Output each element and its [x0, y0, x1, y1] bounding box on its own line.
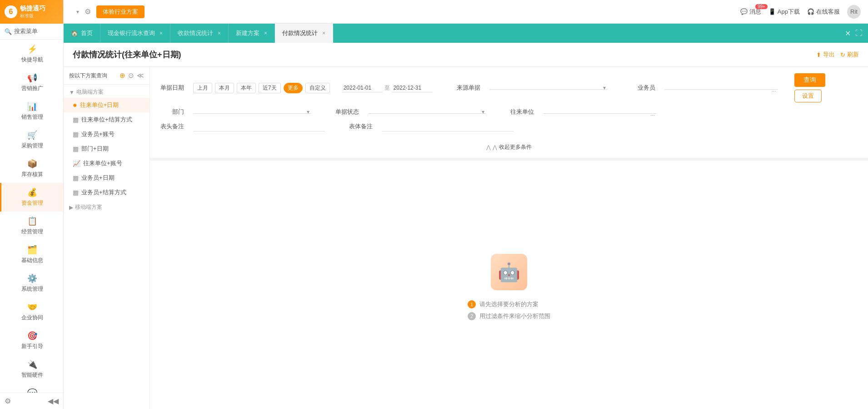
scheme-staff-account-label: 业务员+账号: [81, 130, 115, 138]
sidebar-item-basic-info[interactable]: 🗂️ 基础信息: [0, 240, 63, 269]
topbar-service[interactable]: 🎧 在线客服: [807, 8, 840, 16]
query-settings-wrap: 查询 设置: [794, 73, 831, 102]
date-btn-custom[interactable]: 自定义: [305, 83, 330, 93]
scheme-desktop-group[interactable]: ▼ 电脑端方案: [64, 85, 150, 98]
source-select[interactable]: ▾: [489, 86, 608, 90]
topbar-app[interactable]: 📱 App下载: [768, 8, 800, 16]
dept-select[interactable]: ▾: [193, 111, 311, 114]
query-button[interactable]: 查询: [794, 73, 825, 87]
tab-home-label: 首页: [81, 29, 93, 37]
scheme-item-unit-account[interactable]: 📈 往来单位+账号: [64, 156, 150, 171]
tab-payment-stats-close[interactable]: ×: [322, 30, 325, 36]
sidebar-item-inventory[interactable]: 📦 库存核算: [0, 154, 63, 183]
sidebar-item-enterprise[interactable]: 🤝 企业协同: [0, 298, 63, 326]
tab-receipt-stats[interactable]: 收款情况统计 ×: [170, 24, 229, 43]
empty-tip-2: 2 用过滤条件来缩小分析范围: [468, 312, 550, 320]
date-label: 单据日期: [159, 84, 184, 92]
staff-dots[interactable]: ···: [772, 88, 776, 94]
scheme-desktop-label: 电脑端方案: [76, 88, 104, 96]
scheme-staff-date-label: 业务员+日期: [81, 174, 115, 182]
export-button[interactable]: ⬆ 导出: [816, 50, 835, 59]
date-btn-this-month[interactable]: 本月: [215, 83, 234, 93]
date-input-range: 至: [342, 84, 433, 92]
scheme-item-staff-settlement[interactable]: ▦ 业务员+结算方式: [64, 185, 150, 200]
date-end-input[interactable]: [392, 84, 433, 92]
table-header-note-input[interactable]: [193, 121, 325, 131]
scheme-item-unit-date[interactable]: ● 往来单位+日期: [64, 98, 150, 112]
scheme-add-icon[interactable]: ⊕: [120, 71, 125, 80]
inventory-icon: 📦: [27, 159, 37, 169]
date-btn-last-month[interactable]: 上月: [193, 83, 212, 93]
filter-form: 单据日期 上月 本月 本年 近7天 更多 自定义 至: [150, 67, 868, 159]
tab-receipt-stats-close[interactable]: ×: [218, 30, 221, 36]
avatar-initials: Rit: [850, 8, 858, 15]
sidebar-item-guide[interactable]: 🎯 新手引导: [0, 326, 63, 355]
logo-icon: 6: [5, 5, 17, 18]
collapse-button[interactable]: ⋀ ⋀ 收起更多条件: [479, 141, 539, 154]
scheme-settings-icon[interactable]: ⊙: [128, 71, 134, 80]
filter-area: 单据日期 上月 本月 本年 近7天 更多 自定义 至: [150, 67, 868, 409]
sidebar-item-marketing[interactable]: 📢 营销推广: [0, 68, 63, 97]
sidebar-item-system[interactable]: ⚙️ 系统管理: [0, 269, 63, 298]
scheme-item-staff-date[interactable]: ▦ 业务员+日期: [64, 171, 150, 185]
tip-num-1: 1: [468, 300, 476, 308]
sidebar-bottom: ⚙ ◀◀: [0, 393, 63, 409]
tab-new-plan-close[interactable]: ×: [264, 30, 267, 36]
sidebar-settings-icon[interactable]: ⚙: [5, 397, 11, 405]
tab-bank-flow-close[interactable]: ×: [160, 30, 163, 36]
partner-label: 往来单位: [509, 108, 534, 116]
partner-dots[interactable]: ···: [650, 112, 655, 118]
scheme-icon-6: ▦: [73, 174, 79, 182]
main-area: ▾ ⚙ 体验行业方案 💬 消息 99+ 📱 App下载 🎧 在线客服 Rit: [64, 0, 868, 409]
scheme-item-staff-account[interactable]: ▦ 业务员+账号: [64, 127, 150, 141]
tabbar-close-icon[interactable]: ✕: [845, 29, 851, 38]
tabbar-expand-icon[interactable]: ⛶: [855, 29, 863, 37]
table-body-note-input[interactable]: [382, 121, 514, 131]
sidebar-item-wechat[interactable]: 💬 企业微信: [0, 384, 63, 393]
msg-badge: 99+: [755, 4, 768, 9]
scheme-mobile-group[interactable]: ▶ 移动端方案: [64, 200, 150, 213]
sidebar-item-hardware[interactable]: 🔌 智能硬件: [0, 355, 63, 384]
refresh-button[interactable]: ↻ 刷新: [840, 50, 859, 59]
date-btn-7days[interactable]: 近7天: [259, 83, 281, 93]
tab-payment-stats[interactable]: 付款情况统计 ×: [275, 24, 333, 43]
search-menu[interactable]: 🔍 搜索菜单: [0, 24, 63, 40]
doc-status-select[interactable]: ▾: [368, 111, 486, 114]
app-icon: 📱: [768, 8, 776, 15]
sidebar-item-purchase[interactable]: 🛒 采购管理: [0, 126, 63, 154]
topbar-dropdown-icon[interactable]: ▾: [76, 9, 79, 15]
date-btn-this-year[interactable]: 本年: [237, 83, 256, 93]
scheme-staff-settlement-label: 业务员+结算方式: [81, 188, 126, 197]
scheme-item-unit-settlement[interactable]: ▦ 往来单位+结算方式: [64, 112, 150, 127]
sidebar-item-sales[interactable]: 📊 销售管理: [0, 97, 63, 126]
scheme-icon-4: ▦: [73, 145, 79, 152]
tab-bank-flow[interactable]: 现金银行流水查询 ×: [100, 24, 170, 43]
topbar-msg[interactable]: 💬 消息 99+: [740, 8, 761, 16]
trial-button[interactable]: 体验行业方案: [96, 5, 145, 18]
sidebar-item-quick-nav[interactable]: ⚡ 快捷导航: [0, 40, 63, 68]
user-avatar[interactable]: Rit: [847, 5, 861, 19]
scheme-collapse-icon[interactable]: ≪: [137, 71, 144, 80]
empty-tip-1: 1 请先选择要分析的方案: [468, 300, 539, 308]
scheme-panel-actions: ⊕ ⊙ ≪: [120, 71, 144, 80]
scheme-item-dept-date[interactable]: ▦ 部门+日期: [64, 141, 150, 156]
sidebar: 6 畅捷通巧 标准版 🔍 搜索菜单 ⚡ 快捷导航 📢 营销推广 📊 销售管理 🛒…: [0, 0, 64, 409]
date-start-input[interactable]: [342, 84, 383, 92]
settings-button[interactable]: 设置: [794, 90, 822, 102]
filter-row-3: 表头备注 表体备注: [159, 121, 859, 131]
sidebar-label-hardware: 智能硬件: [21, 371, 43, 379]
doc-status-arrow: ▾: [482, 109, 484, 115]
tab-home[interactable]: 🏠 首页: [64, 24, 100, 43]
marketing-icon: 📢: [27, 73, 37, 83]
source-select-arrow: ▾: [603, 85, 606, 91]
date-btn-more[interactable]: 更多: [284, 83, 303, 93]
topbar-settings-icon[interactable]: ⚙: [85, 7, 91, 16]
sidebar-collapse-icon[interactable]: ◀◀: [48, 397, 59, 405]
basic-info-icon: 🗂️: [27, 245, 37, 255]
empty-tips: 1 请先选择要分析的方案 2 用过滤条件来缩小分析范围: [468, 300, 550, 320]
sidebar-item-operations[interactable]: 📋 经营管理: [0, 212, 63, 240]
tip-text-1: 请先选择要分析的方案: [479, 300, 539, 308]
sidebar-subtitle: 标准版: [20, 13, 45, 19]
tab-new-plan[interactable]: 新建方案 ×: [229, 24, 275, 43]
sidebar-item-funds[interactable]: 💰 资金管理: [0, 183, 63, 212]
